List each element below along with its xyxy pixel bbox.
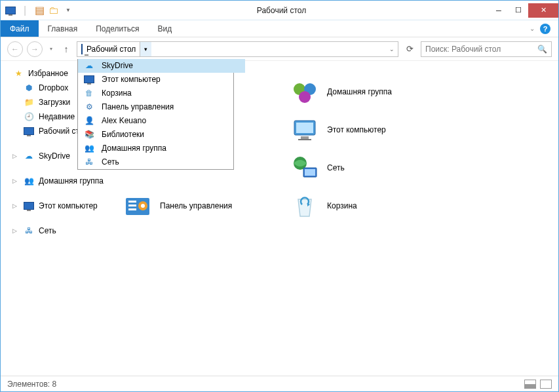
tab-share[interactable]: Поделиться [87,20,148,37]
address-dropdown-menu: ☁ SkyDrive Этот компьютер 🗑 Корзина ⚙ Па… [77,59,234,170]
svg-rect-5 [301,136,309,139]
sidebar-label: Этот компьютер [39,201,98,210]
search-icon[interactable]: 🔍 [537,45,547,54]
dropdown-item-libraries[interactable]: 📚 Библиотеки [78,128,245,142]
forward-button[interactable]: → [27,41,43,57]
network-icon: 🖧 [83,157,95,167]
item-network[interactable]: Сеть [282,149,450,187]
computer-icon [83,74,95,85]
downloads-icon: 📁 [23,97,35,108]
svg-rect-9 [305,169,315,176]
window-controls: ─ ☐ ✕ [489,3,558,18]
details-view-button[interactable] [524,380,536,389]
ribbon-tabs: Файл Главная Поделиться Вид ⌄ ? [1,20,558,37]
recent-icon: 🕘 [23,111,35,122]
item-label: Сеть [327,163,345,172]
desktop-icon [23,126,35,136]
qat-separator: | [19,5,31,16]
dropdown-item-skydrive[interactable]: ☁ SkyDrive [78,59,245,73]
address-history-icon[interactable]: ⌄ [386,46,398,52]
dropbox-icon: ⬢ [23,83,35,93]
skydrive-icon: ☁ [23,151,35,161]
item-label: Панель управления [160,201,232,210]
address-location[interactable]: Рабочий стол [77,42,140,56]
sidebar-label: Dropbox [39,83,68,92]
sidebar-network[interactable]: ▷ 🖧 Сеть [3,224,106,238]
icons-view-button[interactable] [540,380,552,389]
dropdown-item-homegroup[interactable]: 👥 Домашняя группа [78,142,245,155]
sidebar-label: Избранное [28,69,68,78]
dropdown-item-user[interactable]: 👤 Alex Keuano [78,114,245,128]
navigation-bar: ← → ▾ ↑ Рабочий стол ▾ ⌄ ☁ SkyDrive Этот… [1,37,558,61]
dropdown-item-label: Корзина [102,88,132,98]
libraries-icon: 📚 [83,129,95,140]
dropdown-item-network[interactable]: 🖧 Сеть [78,155,245,169]
expand-icon[interactable]: ▷ [12,178,19,184]
computer-icon [23,201,35,211]
item-recycle-bin[interactable]: Корзина [282,187,450,225]
ribbon-expand-icon[interactable]: ⌄ [530,25,535,32]
tab-view[interactable]: Вид [148,20,181,37]
properties-icon[interactable]: ▤ [33,5,45,16]
history-dropdown-icon[interactable]: ▾ [47,41,56,57]
homegroup-icon [289,76,320,108]
sidebar-homegroup[interactable]: ▷ 👥 Домашняя группа [3,174,106,188]
maximize-button[interactable]: ☐ [509,3,528,18]
dropdown-item-label: Домашняя группа [102,144,166,153]
window-title: Рабочий стол [74,6,489,15]
file-tab[interactable]: Файл [1,20,39,37]
address-bar[interactable]: Рабочий стол ▾ ⌄ ☁ SkyDrive Этот компьют… [77,41,398,57]
close-button[interactable]: ✕ [528,3,558,18]
new-folder-icon[interactable]: 🗀 [48,5,60,16]
status-bar: Элементов: 8 [1,376,558,391]
favorites-icon: ★ [12,68,24,79]
dropdown-item-label: Этот компьютер [102,75,161,84]
expand-icon[interactable]: ▷ [12,203,19,209]
tab-home[interactable]: Главная [39,20,87,37]
dropdown-item-computer[interactable]: Этот компьютер [78,73,245,87]
item-label: Этот компьютер [327,125,386,134]
network-icon [289,152,320,184]
homegroup-icon: 👥 [23,176,35,186]
help-icon[interactable]: ? [540,24,550,34]
svg-rect-11 [128,201,136,203]
svg-rect-4 [296,123,313,133]
search-input[interactable] [425,45,537,54]
homegroup-icon: 👥 [83,143,95,153]
qat-dropdown-icon[interactable]: ▼ [62,5,74,16]
item-label: Корзина [327,201,357,210]
view-switcher [524,380,552,389]
svg-rect-6 [298,139,311,140]
item-computer[interactable]: Этот компьютер [282,111,450,149]
item-homegroup[interactable]: Домашняя группа [282,73,450,111]
control-panel-icon: ⚙ [83,102,95,112]
svg-rect-12 [128,205,136,206]
svg-rect-13 [128,208,136,210]
dropdown-item-label: Alex Keuano [102,116,146,125]
dropdown-item-label: Панель управления [102,102,174,111]
user-icon: 👤 [83,115,95,126]
sidebar-label: Сеть [39,226,56,235]
item-control-panel[interactable]: Панель управления [115,187,282,225]
network-icon: 🖧 [23,225,35,236]
up-button[interactable]: ↑ [60,43,73,56]
title-bar: | ▤ 🗀 ▼ Рабочий стол ─ ☐ ✕ [1,1,558,20]
dropdown-item-control-panel[interactable]: ⚙ Панель управления [78,100,245,114]
search-box[interactable]: 🔍 [421,41,552,57]
back-button[interactable]: ← [7,41,23,57]
address-text: Рабочий стол [87,45,136,54]
dropdown-item-recycle-bin[interactable]: 🗑 Корзина [78,87,245,100]
expand-icon[interactable]: ▷ [12,227,19,234]
address-dropdown-button[interactable]: ▾ [140,42,151,56]
quick-access-toolbar: | ▤ 🗀 ▼ [1,5,74,16]
sidebar-label: SkyDrive [39,151,70,161]
sidebar-computer[interactable]: ▷ Этот компьютер [3,199,106,213]
sidebar-label: Домашняя группа [39,176,104,186]
computer-icon [289,114,320,146]
desktop-icon [81,45,83,54]
dropdown-item-label: Сеть [102,157,119,167]
expand-icon[interactable]: ▷ [12,153,19,159]
minimize-button[interactable]: ─ [489,3,509,18]
skydrive-icon: ☁ [83,60,95,71]
refresh-button[interactable]: ⟳ [402,41,417,57]
